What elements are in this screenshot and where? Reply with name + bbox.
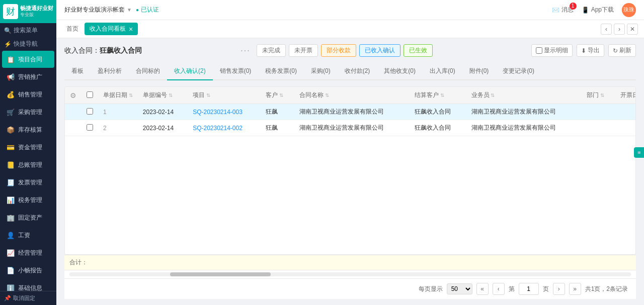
col-invoice-date[interactable]: 开票日	[615, 87, 636, 104]
status-incomplete[interactable]: 未完成	[257, 44, 286, 57]
app-download-button[interactable]: 📱 App下载	[582, 6, 614, 14]
row-salesperson	[582, 120, 615, 136]
sidebar-item-label: 固定资产	[18, 214, 42, 222]
tab-attachments[interactable]: 附件(0)	[462, 63, 496, 80]
sidebar-item-label: 营销推广	[18, 73, 42, 81]
sidebar-item-tax[interactable]: 📊 税务管理	[2, 191, 54, 209]
funds-icon: 💳	[6, 143, 15, 152]
refresh-icon: ↻	[613, 47, 618, 54]
company-selector[interactable]: 好业财专业版演示帐套 ▼	[64, 6, 132, 14]
certified-badge: 已认证	[136, 6, 159, 14]
select-all-checkbox[interactable]	[87, 91, 93, 98]
tab-next-button[interactable]: ›	[614, 24, 625, 35]
tab-payment[interactable]: 收付款(2)	[338, 63, 377, 80]
tab-nav: ‹ › ✕	[601, 24, 638, 35]
sidebar-item-inventory[interactable]: 📦 库存核算	[2, 121, 54, 138]
tab-warehouse[interactable]: 出入库(0)	[423, 63, 462, 80]
row-order-no[interactable]: SQ-20230214-003	[188, 104, 261, 120]
tab-prev-button[interactable]: ‹	[601, 24, 612, 35]
per-page-select[interactable]: 50 100 200	[447, 283, 472, 294]
tab-close-button[interactable]: ✕	[627, 24, 638, 35]
sidebar-item-marketing[interactable]: 📢 营销推广	[2, 68, 54, 85]
sidebar-item-funds[interactable]: 💳 资金管理	[2, 139, 54, 156]
sidebar-item-fixed-assets[interactable]: 🏢 固定资产	[2, 209, 54, 226]
refresh-button[interactable]: ↻ 刷新	[608, 44, 636, 57]
table-row[interactable]: 2 2023-02-14 SQ-20230214-002 狂飙 湖南卫视商业运营…	[65, 120, 636, 136]
tab-contract-items[interactable]: 合同标的	[129, 63, 167, 80]
col-order-no[interactable]: 单据编号	[138, 87, 188, 104]
export-button[interactable]: ⬇ 导出	[577, 44, 604, 57]
avatar-text: 珠珠	[623, 6, 634, 14]
first-page-button[interactable]: «	[476, 283, 489, 295]
status-effective[interactable]: 已生效	[404, 44, 433, 57]
sidebar-item-hr[interactable]: 👤 工资	[2, 227, 54, 244]
tab-change-log[interactable]: 变更记录(0)	[496, 63, 541, 80]
message-button[interactable]: ✉️ 消息 1	[552, 6, 574, 14]
status-uninvoiced[interactable]: 未开票	[289, 44, 318, 57]
sidebar-item-invoice[interactable]: 🧾 发票管理	[2, 174, 54, 191]
page-number-input[interactable]	[519, 283, 539, 295]
status-partial-payment[interactable]: 部分收款	[321, 44, 356, 57]
active-tab[interactable]: 收入合同看板 ×	[85, 23, 138, 35]
sidebar-item-sales[interactable]: 💰 销售管理	[2, 86, 54, 103]
right-float-button[interactable]: ≡	[634, 147, 644, 158]
status-confirmed[interactable]: 已收入确认	[359, 44, 400, 57]
tab-sales-invoice[interactable]: 销售发票(0)	[213, 63, 259, 80]
col-date[interactable]: 单据日期	[98, 87, 138, 104]
order-link[interactable]: SQ-20230214-002	[193, 125, 243, 132]
tab-kanban[interactable]: 看板	[64, 63, 91, 80]
row-contract-name: 狂飙收入合同	[410, 104, 466, 120]
last-page-button[interactable]: »	[569, 283, 581, 295]
tab-other-income[interactable]: 其他收支(0)	[377, 63, 423, 80]
unpin-button[interactable]: 📌 取消固定	[0, 291, 56, 305]
col-billing-customer[interactable]: 结算客户	[410, 87, 466, 104]
float-icon: ≡	[636, 151, 642, 154]
row-settings	[65, 104, 82, 120]
tab-purchase[interactable]: 采购(0)	[304, 63, 338, 80]
row-checkbox[interactable]	[87, 124, 93, 131]
row-checkbox[interactable]	[87, 108, 93, 115]
row-checkbox-cell[interactable]	[82, 120, 98, 136]
ops-icon: 📈	[6, 248, 15, 257]
scrollbar-thumb[interactable]	[170, 272, 271, 276]
page-label-end: 页	[543, 285, 549, 293]
sidebar-item-general-ledger[interactable]: 📒 总账管理	[2, 156, 54, 173]
gear-icon[interactable]: ⚙	[70, 91, 76, 99]
settings-col-header[interactable]: ⚙	[65, 87, 82, 104]
horizontal-scrollbar[interactable]	[69, 272, 631, 276]
close-tab-button[interactable]: ×	[129, 26, 133, 33]
quick-nav[interactable]: ⚡ 快捷导航	[0, 38, 56, 50]
sidebar-item-reports[interactable]: 📄 小畅报告	[2, 262, 54, 279]
display-detail-toggle[interactable]: 显示明细	[531, 44, 573, 57]
next-page-button[interactable]: ›	[553, 283, 565, 295]
user-avatar[interactable]: 珠珠	[622, 3, 636, 17]
search-menu[interactable]: 🔍 搜索菜单	[0, 23, 56, 38]
table-row[interactable]: 1 2023-02-14 SQ-20230214-003 狂飙 湖南卫视商业运营…	[65, 104, 636, 120]
total-info: 共1页，2条记录	[585, 285, 628, 293]
sidebar-item-label: 项目合同	[18, 55, 42, 64]
sidebar-item-ops[interactable]: 📈 经营管理	[2, 244, 54, 261]
search-menu-label: 搜索菜单	[14, 26, 38, 35]
home-tab[interactable]: 首页	[62, 23, 83, 35]
col-department[interactable]: 部门	[582, 87, 615, 104]
logo-title: 畅捷通好业财	[20, 5, 53, 12]
col-salesperson[interactable]: 业务员	[466, 87, 582, 104]
sidebar-item-project-contract[interactable]: 📋 项目合同	[2, 51, 54, 68]
col-contract-name[interactable]: 合同名称	[294, 87, 410, 104]
more-options-button[interactable]: ···	[240, 46, 250, 55]
sidebar-item-basic-info[interactable]: ℹ️ 基础信息	[2, 279, 54, 291]
order-link[interactable]: SQ-20230214-003	[193, 109, 243, 116]
detail-checkbox[interactable]	[536, 47, 542, 54]
tab-profit-analysis[interactable]: 盈利分析	[91, 63, 129, 80]
col-project[interactable]: 项目	[188, 87, 261, 104]
sidebar-item-purchase[interactable]: 🛒 采购管理	[2, 104, 54, 121]
prev-page-button[interactable]: ‹	[493, 283, 505, 295]
message-badge: 1	[570, 3, 577, 10]
row-checkbox-cell[interactable]	[82, 104, 98, 120]
row-order-no[interactable]: SQ-20230214-002	[188, 120, 261, 136]
inventory-icon: 📦	[6, 125, 15, 134]
select-all-col[interactable]	[82, 87, 98, 104]
col-customer[interactable]: 客户	[261, 87, 294, 104]
tab-tax-invoice[interactable]: 税务发票(0)	[258, 63, 304, 80]
tab-revenue-recognition[interactable]: 收入确认(2)	[167, 63, 213, 80]
